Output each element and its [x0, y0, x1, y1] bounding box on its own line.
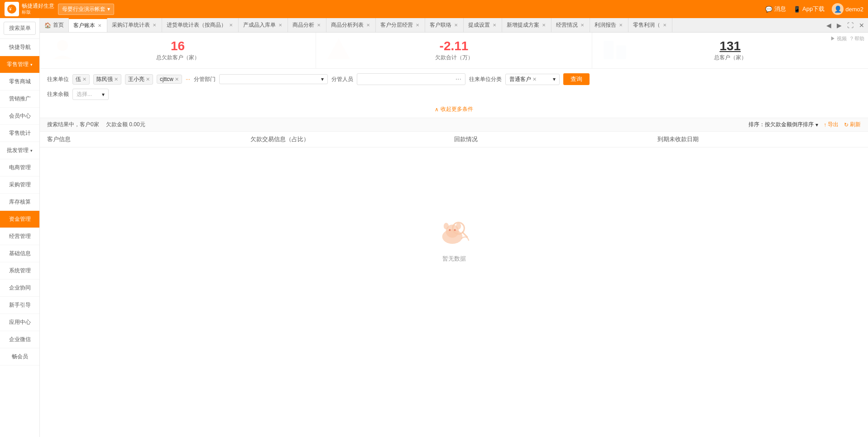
belong-unit-label: 往来单位: [47, 76, 69, 83]
unit-type-select[interactable]: 普通客户 ✕ ▾: [505, 74, 560, 85]
overdue-summary: 欠款金额 0.00元: [106, 121, 145, 128]
tab-product-analysis-close[interactable]: ✕: [316, 23, 321, 28]
avatar: 👤: [832, 3, 844, 15]
sidebar-item-retail[interactable]: 零售管理 ▾: [0, 56, 39, 73]
tab-customer-contact-close[interactable]: ✕: [453, 23, 459, 28]
sidebar-item-quick-nav[interactable]: 快捷导航: [0, 39, 39, 56]
top-bar: ¥ 畅捷通好生意 标版 母婴行业演示帐套 ▾ 💬 消息 📱 App下载: [0, 0, 868, 18]
filter-more-tags[interactable]: ···: [186, 76, 190, 82]
search-menu-button[interactable]: 搜索菜单: [4, 22, 36, 35]
content-area: 🏠 首页 客户账本 ✕ 采购订单统计表 ✕ 进货单统计表（按商品） ✕ 产成品入…: [40, 18, 868, 437]
sidebar-item-inventory[interactable]: 库存核算: [0, 194, 39, 211]
sidebar-item-wholesale[interactable]: 批发管理 ▾: [0, 142, 39, 159]
sort-select[interactable]: 排序：按欠款金额倒序排序 ▾: [748, 121, 818, 128]
tab-inbound-stats[interactable]: 进货单统计表（按商品） ✕: [162, 18, 239, 33]
app-download-button[interactable]: 📱 App下载: [793, 5, 825, 13]
sidebar-item-finance[interactable]: 资金管理: [0, 211, 39, 228]
tab-profit-report-label: 利润报告: [595, 21, 616, 29]
user-menu[interactable]: 👤 demo2: [832, 3, 863, 15]
sidebar-item-member[interactable]: 会员中心: [0, 108, 39, 125]
tab-business-status-close[interactable]: ✕: [580, 23, 585, 28]
search-button[interactable]: 查询: [563, 73, 590, 85]
filter-tag-4: cjttcw ✕: [157, 75, 182, 84]
person-select[interactable]: ···: [357, 73, 465, 85]
sidebar-item-app-center[interactable]: 应用中心: [0, 314, 39, 331]
tab-bar: 🏠 首页 客户账本 ✕ 采购订单统计表 ✕ 进货单统计表（按商品） ✕ 产成品入…: [40, 18, 868, 33]
sidebar-item-retail-mall[interactable]: 零售商城: [0, 73, 39, 90]
filter-tag-3-label: 王小亮: [128, 76, 144, 83]
sidebar-item-new-guide[interactable]: 新手引导: [0, 297, 39, 314]
tab-profit-report-close[interactable]: ✕: [618, 23, 623, 28]
tab-retail-profit[interactable]: 零售利润（ ✕: [628, 18, 672, 33]
logo-area: ¥ 畅捷通好生意 标版: [5, 2, 54, 16]
tab-profit-report[interactable]: 利润报告 ✕: [590, 18, 628, 33]
filter-tag-4-close[interactable]: ✕: [175, 76, 179, 82]
sidebar-item-system[interactable]: 系统管理: [0, 262, 39, 280]
tab-retail-profit-close[interactable]: ✕: [662, 23, 667, 28]
balance-placeholder: 选择...: [77, 90, 92, 98]
tab-raise-settings[interactable]: 提成设置 ✕: [464, 18, 502, 33]
sidebar-item-operations[interactable]: 经营管理: [0, 228, 39, 245]
sidebar-item-marketing[interactable]: 营销推广: [0, 90, 39, 108]
tab-scroll-left[interactable]: ◀: [825, 21, 833, 30]
sidebar-item-ecommerce[interactable]: 电商管理: [0, 159, 39, 176]
store-selector[interactable]: 母婴行业演示帐套 ▾: [58, 4, 114, 15]
tab-customer-contact[interactable]: 客户联络 ✕: [425, 18, 464, 33]
tab-scroll-right[interactable]: ▶: [835, 21, 844, 30]
export-button[interactable]: ↑ 导出: [824, 121, 839, 128]
collapse-label: 收起更多条件: [441, 105, 473, 113]
sidebar-item-purchase[interactable]: 采购管理: [0, 176, 39, 194]
result-info: 搜索结果中，客户0家 欠款金额 0.00元: [47, 121, 145, 128]
department-select[interactable]: ▾: [219, 74, 328, 84]
sidebar-item-enterprise-coop[interactable]: 企业协同: [0, 280, 39, 297]
chevron-down-icon-4: ▾: [553, 76, 556, 82]
video-link[interactable]: ▶ 视频: [830, 35, 847, 42]
app-container: ¥ 畅捷通好生意 标版 母婴行业演示帐套 ▾ 💬 消息 📱 App下载: [0, 0, 868, 437]
stat-help: ▶ 视频 ? 帮助: [830, 35, 864, 42]
tab-new-raise-plan[interactable]: 新增提成方案 ✕: [502, 18, 551, 33]
person-dots[interactable]: ···: [456, 75, 461, 83]
export-icon: ↑: [824, 122, 826, 128]
message-button[interactable]: 💬 消息: [765, 5, 786, 13]
chevron-down-icon-6: ▾: [815, 122, 818, 128]
table-header-customer-info: 客户信息: [47, 135, 250, 143]
tab-inbound-stats-close[interactable]: ✕: [228, 23, 234, 28]
sidebar-item-pro-member[interactable]: 畅会员: [0, 348, 39, 366]
tab-raise-settings-close[interactable]: ✕: [492, 23, 497, 28]
sidebar-item-enterprise-wechat[interactable]: 企业微信: [0, 331, 39, 348]
sort-label: 排序：按欠款金额倒序排序: [748, 121, 814, 128]
sidebar-item-basic-info[interactable]: 基础信息: [0, 245, 39, 262]
tab-customer-book[interactable]: 客户账本 ✕: [69, 18, 107, 33]
chevron-down-icon: ▾: [107, 6, 110, 12]
sidebar-item-retail-stats[interactable]: 零售统计: [0, 125, 39, 142]
tab-product-analysis-list[interactable]: 商品分析列表 ✕: [326, 18, 376, 33]
tab-close-all[interactable]: ✕: [857, 21, 866, 30]
filter-tag-3-close[interactable]: ✕: [146, 76, 150, 82]
tab-purchase-order-close[interactable]: ✕: [152, 23, 157, 28]
tab-product-analysis-list-close[interactable]: ✕: [365, 23, 371, 28]
tab-customer-book-close[interactable]: ✕: [97, 23, 102, 28]
filter-tag-1-close[interactable]: ✕: [82, 76, 86, 82]
tab-product-inbound[interactable]: 产成品入库单 ✕: [239, 18, 288, 33]
balance-select[interactable]: 选择... ▾: [72, 89, 109, 100]
help-link[interactable]: ? 帮助: [850, 35, 864, 42]
table-header: 客户信息 欠款交易信息（占比） 回款情况 到期未收款日期: [40, 132, 868, 147]
tab-home[interactable]: 🏠 首页: [40, 18, 69, 33]
tab-customer-tier[interactable]: 客户分层经营 ✕: [376, 18, 425, 33]
tab-purchase-order[interactable]: 采购订单统计表 ✕: [107, 18, 162, 33]
sidebar-search: 搜索菜单: [0, 18, 39, 39]
unit-type-close[interactable]: ✕: [532, 76, 537, 82]
store-label: 母婴行业演示帐套: [62, 5, 106, 13]
tab-new-raise-plan-close[interactable]: ✕: [541, 23, 547, 28]
tab-business-status[interactable]: 经营情况 ✕: [551, 18, 590, 33]
refresh-button[interactable]: ↻ 刷新: [844, 121, 861, 128]
total-customers-label: 总客户（家）: [714, 54, 747, 62]
stats-bar: 16 总欠款客户（家） -2.11 欠款合计（万）: [40, 33, 868, 69]
tab-maximize[interactable]: ⛶: [845, 21, 855, 30]
filter-tag-2-close[interactable]: ✕: [114, 76, 118, 82]
tab-customer-tier-close[interactable]: ✕: [415, 23, 420, 28]
tab-product-analysis[interactable]: 商品分析 ✕: [288, 18, 326, 33]
filter-tag-1: 伍 ✕: [72, 74, 90, 85]
collapse-button[interactable]: ∧ 收起更多条件: [435, 105, 473, 113]
tab-product-inbound-close[interactable]: ✕: [278, 23, 283, 28]
